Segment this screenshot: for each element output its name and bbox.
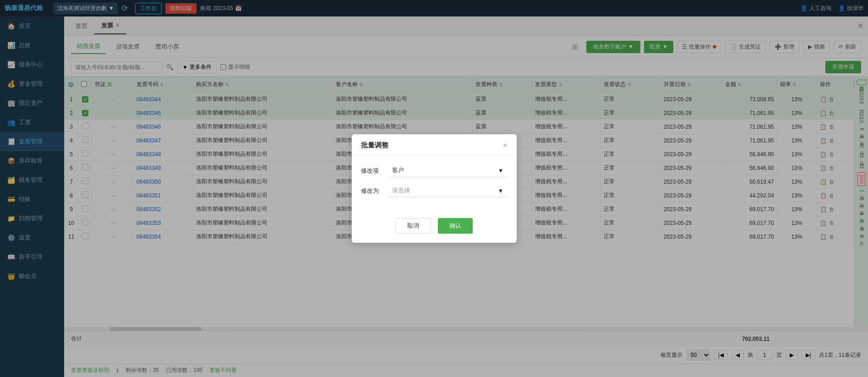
modify-to-label: 修改为 xyxy=(361,187,388,195)
batch-adjust-dialog: 批量调整 × 修改项 客户 ▼ 修改为 请选择 ▼ 取消 确认 xyxy=(352,134,517,243)
form-row-modify-field: 修改项 客户 ▼ xyxy=(361,164,508,177)
modify-to-select[interactable]: 请选择 ▼ xyxy=(388,184,508,197)
cancel-button[interactable]: 取消 xyxy=(395,218,431,234)
confirm-button[interactable]: 确认 xyxy=(438,218,473,234)
dialog-header: 批量调整 × xyxy=(352,134,517,155)
modify-field-label: 修改项 xyxy=(361,167,388,175)
dialog-overlay[interactable]: 批量调整 × 修改项 客户 ▼ 修改为 请选择 ▼ 取消 确认 xyxy=(0,0,868,377)
modify-field-select[interactable]: 客户 ▼ xyxy=(388,164,508,177)
modify-to-placeholder: 请选择 xyxy=(392,186,410,195)
dialog-footer: 取消 确认 xyxy=(352,213,517,243)
dialog-title: 批量调整 xyxy=(361,141,388,150)
form-row-modify-to: 修改为 请选择 ▼ xyxy=(361,184,508,197)
modify-field-value: 客户 xyxy=(392,166,404,175)
modify-to-dropdown-icon: ▼ xyxy=(498,187,504,194)
modify-field-dropdown-icon: ▼ xyxy=(498,167,504,174)
dialog-close-button[interactable]: × xyxy=(503,142,507,150)
dialog-body: 修改项 客户 ▼ 修改为 请选择 ▼ xyxy=(352,155,517,213)
